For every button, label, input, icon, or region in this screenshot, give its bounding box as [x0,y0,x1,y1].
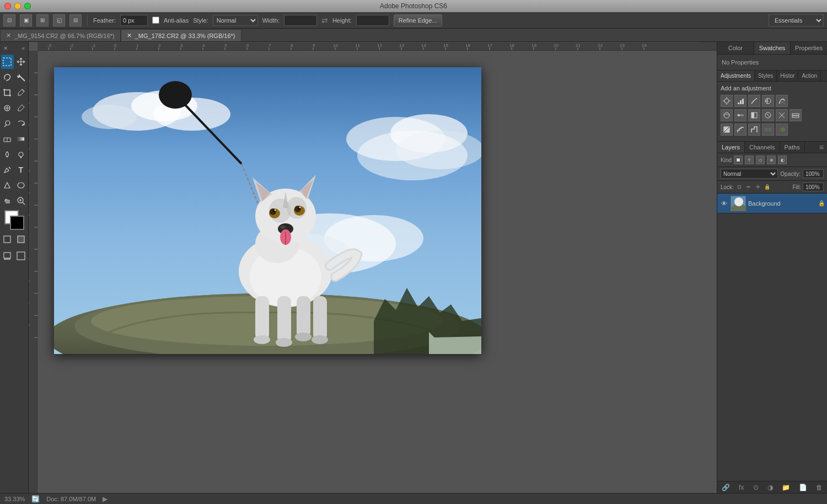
status-arrow[interactable]: ▶ [103,495,108,503]
adj-gradient-map[interactable] [762,124,774,136]
anti-alias-checkbox[interactable] [152,17,159,24]
magic-wand-tool[interactable] [15,70,28,84]
tab-2[interactable]: ✕ _MG_1782.CR2 @ 33.3% (RGB/16*) [121,29,241,41]
ellipse-tool[interactable] [15,178,28,192]
tab-paths[interactable]: Paths [780,142,805,153]
essentials-dropdown[interactable]: Essentials [769,14,824,26]
fill-input[interactable] [803,183,824,191]
tab-layers[interactable]: Layers [717,142,745,153]
adj-vibrance[interactable] [776,95,788,107]
adj-threshold[interactable] [748,124,760,136]
opacity-input[interactable] [803,169,824,178]
link-layers-icon[interactable]: 🔗 [722,484,730,491]
tab-channels[interactable]: Channels [745,142,780,153]
adj-color-lookup[interactable] [790,109,802,121]
svg-text:4: 4 [29,235,30,238]
adj-tab-adjustments[interactable]: Adjustments [717,71,755,81]
tools-collapse[interactable]: « [22,45,25,51]
kind-filter-pixel[interactable]: 🔲 [734,156,743,164]
tool-options-icon4[interactable]: ◱ [53,14,65,26]
history-brush-tool[interactable] [15,116,28,131]
feather-input[interactable] [120,15,148,26]
clone-tool[interactable] [1,116,14,131]
kind-filter-adj[interactable]: ◐ [778,156,787,164]
layers-panel: Layers Channels Paths ≡ Kind 🔲 T ◇ ⊕ ◐ [717,141,827,493]
add-mask-icon[interactable]: ⊙ [753,484,759,491]
lock-image[interactable]: ✏ [745,183,753,191]
crop-tool[interactable] [1,85,14,100]
eyedropper2-tool[interactable] [15,101,28,115]
image-canvas[interactable] [54,67,481,354]
tab-properties[interactable]: Properties [791,42,827,54]
lasso-tool[interactable] [1,70,14,84]
adj-invert[interactable] [721,124,733,136]
adj-curves[interactable] [748,95,760,107]
swap-icon[interactable]: ⇄ [321,16,328,25]
kind-filter-shape[interactable]: ◇ [756,156,765,164]
eyedropper-tool[interactable] [15,85,28,100]
height-input[interactable] [356,15,389,26]
tools-close[interactable]: ✕ [3,45,8,51]
kind-filter-text[interactable]: T [745,156,754,164]
eraser-tool[interactable] [1,132,14,146]
adj-brightness[interactable] [721,95,733,107]
adj-color-balance[interactable] [734,109,747,121]
healing-tool[interactable] [1,101,14,115]
maximize-button[interactable] [24,3,31,9]
adj-photo-filter[interactable] [762,109,774,121]
adj-black-white[interactable] [748,109,760,121]
blend-mode-select[interactable]: Normal [721,169,778,179]
kind-filter-smart[interactable]: ⊕ [767,156,776,164]
tab-1[interactable]: ✕ _MG_9154.CR2 @ 66.7% (RGB/16*) [0,29,121,41]
background-color[interactable] [10,216,24,230]
adj-tab-history[interactable]: Histor [777,71,798,81]
lock-all[interactable]: 🔒 [764,183,771,191]
tool-options-icon2[interactable]: ▣ [20,14,32,26]
path-select-tool[interactable] [1,178,14,192]
adj-channel-mixer[interactable] [776,109,788,121]
tab-color[interactable]: Color [717,42,754,54]
hand-tool[interactable] [1,194,14,208]
quick-mask-off[interactable] [1,232,14,246]
tool-options-icon5[interactable]: ⊟ [69,14,82,26]
status-info-icon[interactable]: 🔄 [31,495,40,503]
text-tool[interactable]: T [15,163,28,177]
minimize-button[interactable] [14,3,21,9]
fx-icon[interactable]: fx [739,484,744,491]
delete-layer-icon[interactable]: 🗑 [816,484,823,491]
adj-exposure[interactable] [762,95,774,107]
dodge-tool[interactable] [15,147,28,162]
layer-background[interactable]: 👁 Background 🔒 [717,194,827,213]
screen-mode[interactable] [1,249,14,263]
adj-hue-sat[interactable] [721,109,733,121]
style-select[interactable]: Normal Fixed Ratio Fixed Size [213,15,258,26]
gradient-tool[interactable] [15,132,28,146]
quick-mask-on[interactable] [15,232,28,246]
new-layer-icon[interactable]: 📄 [799,484,807,491]
photoshop-canvas[interactable] [37,51,717,493]
move-tool[interactable] [15,55,28,69]
pen-tool[interactable] [1,163,14,177]
close-button[interactable] [4,3,11,9]
width-input[interactable] [284,15,317,26]
adj-tab-actions[interactable]: Action [798,71,821,81]
adj-tab-styles[interactable]: Styles [755,71,777,81]
lock-transparent[interactable]: ⊡ [735,183,743,191]
lock-position[interactable]: ✛ [754,183,762,191]
layers-panel-menu[interactable]: ≡ [816,143,827,152]
new-group-icon[interactable]: 📁 [782,484,790,491]
adj-selective-color[interactable] [776,124,788,136]
svg-text:13: 13 [399,43,404,48]
screen-mode2[interactable] [15,249,28,263]
adj-posterize[interactable] [734,124,747,136]
blur-tool[interactable] [1,147,14,162]
new-adjustment-icon[interactable]: ◑ [767,484,773,491]
refine-edge-button[interactable]: Refine Edge... [394,14,442,26]
marquee-tool[interactable] [1,55,14,69]
zoom-tool[interactable] [15,194,28,208]
tool-options-icon3[interactable]: ⊞ [36,14,49,26]
layer-visibility-eye[interactable]: 👁 [719,199,728,208]
tab-swatches[interactable]: Swatches [754,42,791,54]
adj-levels[interactable] [734,95,747,107]
tool-options-icon[interactable]: ⊡ [3,14,15,26]
